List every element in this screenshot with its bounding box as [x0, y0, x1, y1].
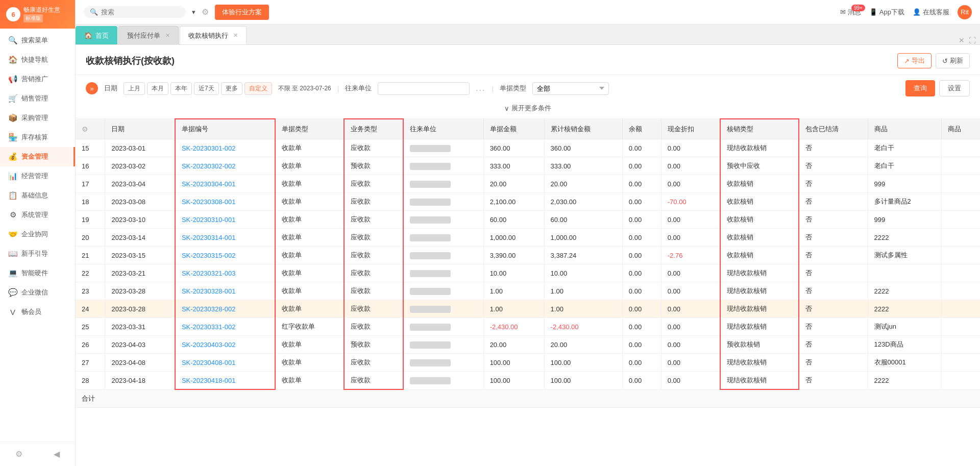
table-row[interactable]: 272023-04-08SK-20230408-001收款单应收款100.001… [76, 354, 980, 372]
sidebar-item-member[interactable]: V 畅会员 [0, 302, 75, 322]
table-row[interactable]: 182023-03-08SK-20230308-001收款单应收款2,100.0… [76, 193, 980, 211]
sidebar-item-search[interactable]: 🔍 搜索菜单 [0, 31, 75, 50]
table-row[interactable]: 232023-03-28SK-20230328-001收款单应收款1.001.0… [76, 282, 980, 300]
sidebar-item-sales[interactable]: 🛒 销售管理 [0, 89, 75, 108]
doc-no-cell[interactable]: SK-20230310-001 [175, 211, 275, 229]
table-row[interactable]: 192023-03-10SK-20230310-001收款单应收款60.0060… [76, 211, 980, 229]
export-button[interactable]: ↗ 导出 [897, 53, 932, 68]
topbar-search-box[interactable]: 🔍 [84, 6, 186, 18]
sidebar-item-enterprise[interactable]: 🤝 企业协同 [0, 225, 75, 244]
doc-no-link[interactable]: SK-20230308-001 [182, 198, 236, 206]
doc-no-link[interactable]: SK-20230328-001 [182, 287, 236, 295]
filter-settings-button[interactable]: 设置 [939, 80, 970, 96]
refresh-button[interactable]: ↺ 刷新 [936, 53, 970, 68]
date-prev-month-btn[interactable]: 上月 [124, 82, 145, 95]
doc-no-cell[interactable]: SK-20230321-003 [175, 264, 275, 282]
expand-more-button[interactable]: ∨ 展开更多条件 [504, 104, 551, 113]
tab-collection[interactable]: 收款核销执行 ✕ [180, 26, 247, 44]
sidebar-item-basic[interactable]: 📋 基础信息 [0, 186, 75, 205]
doc-no-link[interactable]: SK-20230328-002 [182, 305, 236, 313]
doctype-filter-select[interactable]: 全部 收款单 红字收款单 [532, 82, 609, 95]
sidebar-item-system[interactable]: ⚙ 系统管理 [0, 205, 75, 225]
message-button[interactable]: ✉ 消息 99+ [840, 8, 861, 17]
doc-no-link[interactable]: SK-20230408-001 [182, 359, 236, 366]
doc-no-cell[interactable]: SK-20230315-002 [175, 247, 275, 264]
date-more-btn[interactable]: 更多 [221, 82, 242, 95]
online-service-button[interactable]: 👤 在线客服 [913, 8, 949, 17]
table-row[interactable]: 262023-04-03SK-20230403-002收款单预收款20.0020… [76, 336, 980, 354]
sidebar-item-purchase[interactable]: 📦 采购管理 [0, 108, 75, 128]
doc-no-link[interactable]: SK-20230301-002 [182, 144, 236, 152]
filter-actions: 查询 设置 [905, 80, 970, 96]
table-cell: 0.00 [661, 372, 720, 390]
tab-close-icon[interactable]: ✕ [233, 32, 238, 39]
doc-no-cell[interactable]: SK-20230328-001 [175, 282, 275, 300]
sidebar-item-operations[interactable]: 📊 经营管理 [0, 166, 75, 186]
sidebar-item-inventory[interactable]: 🏪 库存核算 [0, 128, 75, 147]
doc-no-link[interactable]: SK-20230302-002 [182, 162, 236, 170]
table-row[interactable]: 242023-03-28SK-20230328-002收款单应收款1.001.0… [76, 300, 980, 318]
sidebar-item-wechat[interactable]: 💬 企业微信 [0, 283, 75, 302]
doc-no-cell[interactable]: SK-20230418-001 [175, 372, 275, 390]
th-gear[interactable]: ⚙ [76, 119, 105, 139]
table-cell: 0.00 [622, 282, 661, 300]
tab-home[interactable]: 🏠 首页 [76, 26, 117, 44]
table-row[interactable]: 222023-03-21SK-20230321-003收款单应收款10.0010… [76, 264, 980, 282]
doc-no-link[interactable]: SK-20230314-001 [182, 234, 236, 241]
doc-no-link[interactable]: SK-20230304-001 [182, 180, 236, 188]
solution-button[interactable]: 体验行业方案 [215, 5, 269, 20]
doc-no-cell[interactable]: SK-20230314-001 [175, 229, 275, 247]
query-button[interactable]: 查询 [905, 80, 935, 96]
doc-no-cell[interactable]: SK-20230403-002 [175, 336, 275, 354]
sidebar-item-quicknav[interactable]: 🏠 快捷导航 [0, 50, 75, 69]
doc-no-link[interactable]: SK-20230418-001 [182, 377, 236, 384]
sidebar-item-hardware[interactable]: 💻 智能硬件 [0, 263, 75, 283]
date-custom-btn[interactable]: 自定义 [244, 82, 272, 95]
sidebar-item-guide[interactable]: 📖 新手引导 [0, 244, 75, 263]
doc-no-cell[interactable]: SK-20230304-001 [175, 175, 275, 193]
doc-no-link[interactable]: SK-20230403-002 [182, 341, 236, 349]
table-row[interactable]: 212023-03-15SK-20230315-002收款单应收款3,390.0… [76, 247, 980, 264]
sidebar-item-marketing[interactable]: 📢 营销推广 [0, 69, 75, 89]
table-row[interactable]: 152023-03-01SK-20230301-002收款单应收款360.003… [76, 139, 980, 157]
collapse-icon[interactable]: ◀ [51, 446, 63, 462]
search-input[interactable] [101, 8, 178, 16]
table-row[interactable]: 202023-03-14SK-20230314-001收款单应收款1,000.0… [76, 229, 980, 247]
close-tab-icon[interactable]: ✕ [959, 36, 965, 44]
table-cell: 0.00 [622, 354, 661, 372]
user-avatar[interactable]: Rit [958, 5, 972, 19]
doc-no-link[interactable]: SK-20230315-002 [182, 252, 236, 259]
doc-no-cell[interactable]: SK-20230301-002 [175, 139, 275, 157]
system-icon: ⚙ [8, 210, 17, 219]
partner-filter-input[interactable] [378, 82, 470, 95]
table-cell [403, 229, 483, 247]
doc-no-cell[interactable]: SK-20230328-002 [175, 300, 275, 318]
doc-no-cell[interactable]: SK-20230302-002 [175, 157, 275, 175]
date-curr-month-btn[interactable]: 本月 [147, 82, 168, 95]
filter-expand-button[interactable]: » [86, 82, 98, 94]
table-row[interactable]: 252023-03-31SK-20230331-002红字收款单应收款-2,43… [76, 318, 980, 336]
date-year-btn[interactable]: 本年 [170, 82, 192, 95]
doc-no-link[interactable]: SK-20230321-003 [182, 269, 236, 277]
gear-icon[interactable]: ⚙ [82, 125, 88, 133]
settings-icon[interactable]: ⚙ [12, 446, 26, 462]
biz-type-cell: 应收款 [344, 282, 403, 300]
topbar-gear-icon[interactable]: ⚙ [202, 7, 209, 17]
table-row[interactable]: 172023-03-04SK-20230304-001收款单应收款20.0020… [76, 175, 980, 193]
table-row[interactable]: 162023-03-02SK-20230302-002收款单预收款333.003… [76, 157, 980, 175]
tab-prepay[interactable]: 预付应付单 ✕ [118, 26, 179, 44]
expand-tab-icon[interactable]: ⛶ [969, 36, 976, 44]
doc-no-link[interactable]: SK-20230331-002 [182, 323, 236, 331]
table-cell: 收款单 [275, 211, 344, 229]
doc-no-cell[interactable]: SK-20230308-001 [175, 193, 275, 211]
doc-no-cell[interactable]: SK-20230408-001 [175, 354, 275, 372]
date-7days-btn[interactable]: 近7天 [194, 82, 219, 95]
tab-close-icon[interactable]: ✕ [165, 32, 170, 39]
table-row[interactable]: 282023-04-18SK-20230418-001收款单应收款100.001… [76, 372, 980, 390]
doc-no-cell[interactable]: SK-20230331-002 [175, 318, 275, 336]
doc-no-link[interactable]: SK-20230310-001 [182, 216, 236, 224]
partner-filter-dots[interactable]: ... [476, 84, 485, 93]
topbar-dropdown[interactable]: ▾ [192, 8, 195, 16]
sidebar-item-finance[interactable]: 💰 资金管理 [0, 147, 75, 166]
app-download-button[interactable]: 📱 App下载 [869, 8, 904, 17]
